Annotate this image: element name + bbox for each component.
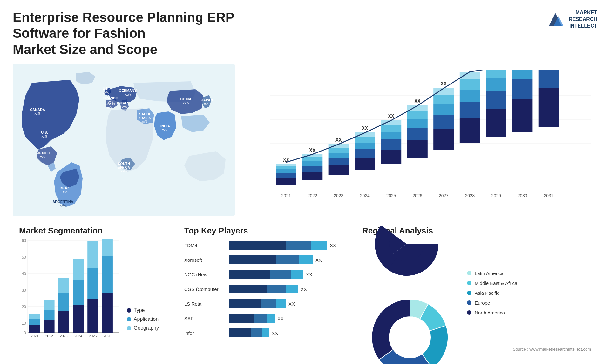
latin-america-dot [467, 271, 471, 275]
segmentation-chart-area: 60 50 40 30 20 10 0 [19, 239, 159, 340]
svg-rect-44 [276, 164, 296, 166]
svg-rect-103 [512, 79, 532, 99]
legend-geography-label: Geography [134, 325, 159, 331]
segmentation-title: Market Segmentation [19, 226, 159, 236]
title-block: Enterprise Resource Planning ERP Softwar… [13, 10, 267, 57]
svg-text:2030: 2030 [518, 193, 527, 199]
svg-rect-90 [460, 102, 480, 118]
player-row-sap: SAP XX [184, 314, 337, 323]
player-name-cgs: CGS (Computer [184, 286, 226, 292]
legend-asia-pacific: Asia Pacific [467, 290, 517, 296]
player-bar-sap: XX [229, 314, 337, 323]
segmentation-chart: 60 50 40 30 20 10 0 [19, 239, 120, 340]
player-row-cgs: CGS (Computer XX [184, 285, 337, 293]
world-map: CANADA xx% U.S. xx% MEXICO xx% BRAZIL xx… [13, 64, 235, 216]
svg-text:SAUDI: SAUDI [139, 112, 150, 116]
svg-rect-140 [73, 305, 84, 333]
svg-rect-70 [381, 132, 401, 139]
svg-text:20: 20 [22, 305, 26, 309]
key-players-title: Top Key Players [184, 226, 337, 236]
page: Enterprise Resource Planning ERP Softwar… [0, 0, 610, 364]
svg-rect-54 [329, 165, 349, 175]
north-america-dot [467, 310, 471, 315]
svg-rect-136 [58, 311, 69, 333]
svg-rect-138 [58, 278, 69, 293]
svg-text:MEXICO: MEXICO [36, 151, 50, 155]
svg-text:xx%: xx% [103, 91, 109, 94]
svg-rect-64 [355, 137, 375, 143]
svg-text:BRAZIL: BRAZIL [60, 186, 73, 190]
svg-text:2021: 2021 [31, 334, 38, 338]
logo-block: MARKET RESEARCH INTELLECT [546, 10, 597, 29]
player-bar-fdm4: XX [229, 241, 337, 250]
svg-rect-63 [355, 143, 375, 149]
svg-text:XX: XX [388, 113, 394, 119]
legend-type: Type [127, 307, 159, 313]
asia-pacific-label: Asia Pacific [475, 290, 499, 296]
top-section: CANADA xx% U.S. xx% MEXICO xx% BRAZIL xx… [13, 64, 597, 216]
legend-north-america: North America [467, 310, 517, 315]
geography-color-dot [127, 326, 131, 330]
svg-rect-42 [276, 169, 296, 173]
key-players-section: Top Key Players FDM4 XX Xorosoft [178, 223, 343, 356]
svg-text:ITALY: ITALY [120, 101, 130, 105]
svg-rect-96 [486, 109, 506, 137]
bottom-section: Market Segmentation 60 50 40 30 20 10 0 [13, 223, 597, 356]
player-row-infor: Infor XX [184, 328, 337, 337]
svg-rect-134 [44, 300, 55, 310]
regional-legend: Latin America Middle East & Africa Asia … [467, 271, 517, 315]
svg-text:xx%: xx% [183, 101, 189, 105]
svg-rect-89 [460, 118, 480, 143]
application-color-dot [127, 317, 131, 321]
growth-bar-chart: XX 2021 XX 2022 [248, 64, 597, 216]
svg-text:JAPAN: JAPAN [201, 98, 213, 102]
asia-pacific-dot [467, 291, 471, 295]
svg-text:XX: XX [414, 98, 421, 104]
regional-content: Latin America Middle East & Africa Asia … [362, 239, 591, 347]
svg-text:2021: 2021 [281, 193, 291, 199]
svg-rect-149 [102, 256, 113, 293]
player-name-ls-retail: LS Retail [184, 301, 226, 307]
svg-rect-107 [539, 88, 559, 127]
europe-dot [467, 300, 471, 305]
legend-europe: Europe [467, 300, 517, 306]
page-title: Enterprise Resource Planning ERP Softwar… [13, 10, 267, 57]
svg-text:XX: XX [336, 137, 342, 143]
svg-text:2023: 2023 [334, 193, 343, 199]
player-bar-cgs: XX [229, 285, 337, 293]
svg-text:2028: 2028 [465, 193, 475, 199]
svg-rect-99 [486, 70, 506, 78]
svg-rect-77 [407, 119, 428, 128]
player-xx-xorosoft: XX [315, 257, 322, 263]
type-color-dot [127, 308, 131, 313]
player-name-sap: SAP [184, 316, 226, 321]
svg-text:xx%: xx% [42, 135, 48, 138]
north-america-label: North America [475, 310, 505, 315]
legend-type-label: Type [134, 307, 145, 313]
svg-rect-40 [276, 178, 296, 185]
svg-rect-47 [302, 172, 322, 180]
player-row-ngc: NGC (New XX [184, 270, 337, 279]
svg-text:2027: 2027 [439, 193, 449, 199]
svg-rect-128 [29, 325, 40, 333]
player-bar-ngc: XX [229, 270, 337, 279]
svg-rect-49 [302, 161, 322, 166]
player-xx-cgs: XX [301, 286, 307, 292]
svg-text:2026: 2026 [412, 193, 422, 199]
svg-text:XX: XX [467, 70, 473, 71]
header: Enterprise Resource Planning ERP Softwar… [13, 10, 597, 57]
legend-mea: Middle East & Africa [467, 280, 517, 286]
svg-text:2022: 2022 [45, 334, 53, 338]
svg-text:2022: 2022 [308, 193, 317, 199]
svg-text:xx%: xx% [204, 102, 210, 106]
svg-text:xx%: xx% [63, 190, 69, 194]
svg-rect-75 [407, 140, 428, 158]
svg-text:xx%: xx% [162, 128, 168, 132]
svg-text:xx%: xx% [35, 112, 41, 115]
legend-latin-america: Latin America [467, 271, 517, 276]
regional-section: Regional Analysis [356, 223, 597, 356]
svg-text:xx%: xx% [60, 204, 66, 207]
segmentation-legend: Type Application Geography [127, 307, 159, 340]
svg-text:SPAIN: SPAIN [105, 102, 115, 106]
legend-application: Application [127, 316, 159, 322]
